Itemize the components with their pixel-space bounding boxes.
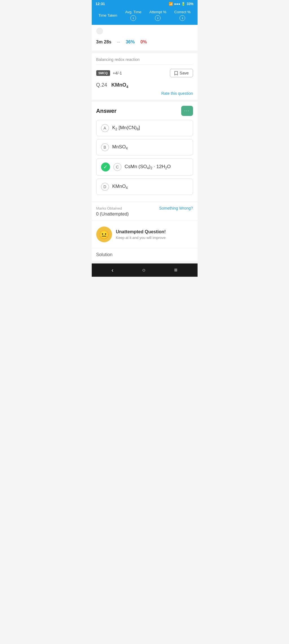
nav-menu-button[interactable]: ≡: [174, 267, 178, 273]
option-d-text: KMnO4: [112, 184, 128, 190]
marks-row: Marks Obtained Something Wrong?: [96, 206, 193, 210]
smcq-badge: SMCQ: [96, 70, 110, 76]
unattempted-title: Unattempted Question!: [116, 229, 166, 234]
nav-home-button[interactable]: ○: [142, 267, 145, 273]
rate-question-link[interactable]: Rate this question: [96, 91, 193, 96]
header-attempt: Attempt % i: [149, 10, 166, 21]
avg-time-label: Avg. Time: [125, 10, 141, 14]
unattempted-subtitle: Keep at it and you will improve: [116, 236, 166, 240]
topic-label: Balancing redox reaction: [96, 57, 193, 65]
solution-label: Solution: [96, 252, 113, 257]
option-c-circle: C: [113, 163, 121, 171]
question-text: Q.24 KMnO4: [96, 81, 193, 89]
marks-section: Marks Obtained Something Wrong? 0 (Unatt…: [92, 202, 198, 221]
signal-icon: ●●●: [174, 2, 180, 6]
option-b[interactable]: B MnSO4: [96, 139, 193, 155]
stats-row-card: 3m 28s -- 36% 0%: [92, 34, 198, 51]
header-avg-time: Avg. Time i: [125, 10, 141, 21]
bookmark-icon: [174, 71, 178, 75]
header-correct: Correct % i: [174, 10, 191, 21]
correct-check-icon: ✓: [101, 162, 110, 172]
nav-bar: ‹ ○ ≡: [92, 263, 198, 277]
battery-percent: 33%: [187, 2, 193, 6]
question-meta-left: SMCQ +4/-1: [96, 70, 122, 76]
option-b-text: MnSO4: [112, 144, 128, 150]
status-icons: 📶 ●●● 🔋 33%: [169, 2, 194, 6]
attempt-label: Attempt %: [149, 10, 166, 14]
correct-info[interactable]: i: [179, 15, 185, 21]
option-d[interactable]: D KMnO4: [96, 179, 193, 195]
unattempted-text: Unattempted Question! Keep at it and you…: [116, 229, 166, 240]
answer-section: Answer ··· A K2 [Mn(CN)8] B MnSO4 ✓ C Cs…: [92, 102, 198, 202]
option-b-circle: B: [101, 143, 109, 151]
stat-avg-value: --: [117, 39, 120, 45]
question-number: Q.24: [96, 82, 107, 88]
status-time: 12:31: [96, 2, 105, 6]
more-options-button[interactable]: ···: [181, 106, 193, 116]
something-wrong-link[interactable]: Something Wrong?: [159, 206, 193, 210]
question-section: Balancing redox reaction SMCQ +4/-1 Save…: [92, 53, 198, 100]
stat-attempt-value: 36%: [126, 39, 135, 45]
avg-time-info[interactable]: i: [130, 15, 136, 21]
time-taken-label: Time Taken: [98, 13, 117, 17]
option-c[interactable]: ✓ C CsMn (SO4)2 · 12H2O: [96, 158, 193, 176]
battery-icon: 🔋: [181, 2, 185, 6]
answer-title: Answer: [96, 108, 117, 114]
correct-label: Correct %: [174, 10, 191, 14]
status-bar: 12:31 📶 ●●● 🔋 33%: [92, 0, 198, 8]
option-a-circle: A: [101, 124, 109, 132]
marks-text: +4/-1: [113, 71, 122, 75]
option-c-text: CsMn (SO4)2 · 12H2O: [125, 164, 171, 170]
stats-header: Time Taken Avg. Time i Attempt % i Corre…: [92, 8, 198, 25]
option-a-text: K2 [Mn(CN)8]: [112, 125, 140, 131]
unattempted-emoji: 😐: [96, 227, 112, 242]
save-button[interactable]: Save: [170, 69, 193, 77]
wifi-icon: 📶: [169, 2, 173, 6]
partial-question-header: [92, 25, 198, 34]
question-meta: SMCQ +4/-1 Save: [96, 69, 193, 77]
stat-time-value: 3m 28s: [96, 39, 111, 45]
nav-back-button[interactable]: ‹: [111, 267, 113, 273]
marks-label: Marks Obtained: [96, 206, 122, 210]
more-dots-icon: ···: [184, 108, 190, 113]
option-a[interactable]: A K2 [Mn(CN)8]: [96, 120, 193, 136]
attempt-info[interactable]: i: [155, 15, 161, 21]
question-circle-icon: [96, 28, 103, 34]
answer-header: Answer ···: [96, 106, 193, 116]
marks-value: 0 (Unattempted): [96, 212, 129, 216]
option-d-circle: D: [101, 183, 109, 191]
question-formula: KMnO4: [111, 82, 128, 88]
stat-correct-value: 0%: [140, 39, 147, 45]
header-time-taken: Time Taken: [98, 13, 117, 17]
save-label: Save: [180, 71, 189, 75]
solution-section: Solution: [92, 248, 198, 261]
unattempted-section: 😐 Unattempted Question! Keep at it and y…: [92, 221, 198, 248]
